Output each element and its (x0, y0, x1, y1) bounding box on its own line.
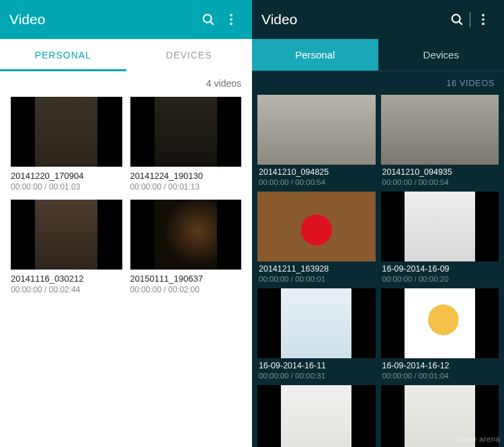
svg-point-9 (482, 23, 485, 26)
video-time: 00:00:00 / 00:02:44 (11, 285, 122, 294)
video-time: 00:00:00 / 00:00:54 (381, 178, 499, 186)
tabs-left: PERSONAL DEVICES (0, 39, 252, 71)
video-thumbnail (11, 200, 122, 270)
video-time: 00:00:00 / 00:00:31 (257, 372, 376, 380)
video-count: 16 VIDEOS (252, 71, 504, 92)
video-time: 00:00:00 / 00:00:54 (257, 178, 376, 186)
svg-point-2 (230, 14, 233, 17)
left-pane: Video PERSONAL DEVICES 4 videos 20141220… (0, 0, 252, 447)
video-thumbnail (381, 385, 499, 447)
svg-line-1 (210, 22, 214, 25)
video-item[interactable]: 20141220_170904 00:00:00 / 00:01:03 (7, 93, 126, 196)
app-title: Video (261, 11, 446, 28)
video-item[interactable] (378, 382, 502, 447)
search-icon[interactable] (197, 8, 220, 31)
video-item[interactable] (255, 382, 378, 447)
video-time: 00:00:00 / 00:01:04 (381, 372, 499, 380)
video-thumbnail (257, 95, 376, 165)
svg-line-6 (459, 22, 462, 25)
video-thumbnail (11, 97, 122, 167)
video-name: 16-09-2014-16-09 (381, 264, 499, 274)
svg-point-5 (452, 15, 460, 23)
video-item[interactable]: 20141210_094825 00:00:00 / 00:00:54 (255, 92, 378, 189)
video-item[interactable]: 20141211_163928 00:00:00 / 00:00:01 (255, 189, 378, 286)
video-count: 4 videos (0, 71, 252, 93)
video-name: 16-09-2014-16-12 (381, 361, 499, 370)
app-title: Video (9, 11, 197, 28)
video-name: 20141116_030212 (11, 274, 122, 284)
tab-personal[interactable]: Personal (252, 39, 378, 71)
tabs-right: Personal Devices (252, 39, 504, 71)
video-time: 00:00:00 / 00:01:03 (11, 182, 122, 192)
svg-point-8 (482, 18, 485, 21)
video-item[interactable]: 16-09-2014-16-12 00:00:00 / 00:01:04 (378, 286, 502, 382)
video-thumbnail (257, 288, 376, 358)
video-item[interactable]: 20141210_094935 00:00:00 / 00:00:54 (378, 92, 502, 189)
divider (470, 12, 470, 27)
header-left: Video (0, 0, 252, 39)
video-name: 20141211_163928 (257, 264, 376, 274)
video-name: 20141224_190130 (130, 171, 242, 181)
video-item[interactable]: 20141116_030212 00:00:00 / 00:02:44 (7, 196, 126, 298)
header-right: Video (252, 0, 504, 39)
video-thumbnail (381, 288, 499, 358)
svg-point-0 (204, 15, 212, 23)
video-name: 20141210_094825 (257, 167, 376, 177)
video-name: 20141220_170904 (11, 171, 122, 181)
video-item[interactable]: 20141224_190130 00:00:00 / 00:01:13 (126, 93, 246, 196)
search-icon[interactable] (446, 8, 468, 31)
video-item[interactable]: 16-09-2014-16-09 00:00:00 / 00:00:20 (378, 189, 502, 286)
video-time: 00:00:00 / 00:00:20 (381, 275, 499, 283)
right-pane: Video Personal Devices 16 VIDEOS 2014121… (252, 0, 504, 447)
video-thumbnail (130, 200, 242, 270)
video-thumbnail (257, 192, 376, 261)
video-item[interactable]: 20150111_190637 00:00:00 / 00:02:00 (126, 196, 246, 298)
video-name: 16-09-2014-16-11 (257, 361, 376, 370)
video-name: 20150111_190637 (130, 274, 242, 284)
video-time: 00:00:00 / 00:00:01 (257, 275, 376, 283)
video-thumbnail (257, 385, 376, 447)
video-grid-left: 20141220_170904 00:00:00 / 00:01:03 2014… (0, 93, 252, 298)
tab-devices[interactable]: DEVICES (126, 39, 253, 71)
tab-personal[interactable]: PERSONAL (0, 39, 126, 71)
video-thumbnail (381, 192, 499, 261)
tab-devices[interactable]: Devices (378, 39, 505, 71)
more-options-icon[interactable] (220, 8, 243, 31)
video-grid-right: 20141210_094825 00:00:00 / 00:00:54 2014… (252, 92, 504, 447)
video-thumbnail (130, 97, 242, 167)
video-time: 00:00:00 / 00:02:00 (130, 285, 242, 294)
video-item[interactable]: 16-09-2014-16-11 00:00:00 / 00:00:31 (255, 286, 378, 382)
svg-point-4 (230, 23, 233, 26)
svg-point-3 (230, 18, 233, 21)
svg-point-7 (482, 14, 485, 17)
video-time: 00:00:00 / 00:01:13 (130, 182, 242, 192)
video-name: 20141210_094935 (381, 167, 499, 177)
video-thumbnail (381, 95, 499, 165)
more-options-icon[interactable] (472, 8, 495, 31)
